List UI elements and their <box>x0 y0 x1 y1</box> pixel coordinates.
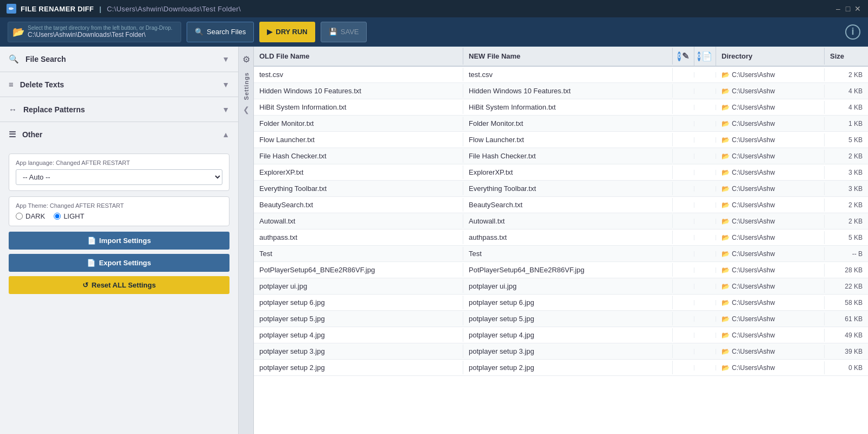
new-file-name-cell: potplayer setup 4.jpg <box>463 328 673 342</box>
delete-texts-header[interactable]: ≡ Delete Texts ▼ <box>0 72 238 97</box>
old-file-name-cell: potplayer setup 3.jpg <box>254 344 463 358</box>
close-button[interactable]: ✕ <box>854 5 861 12</box>
badge2-cell <box>694 105 716 110</box>
folder-select-button[interactable]: 📂 Select the target directory from the l… <box>8 22 181 42</box>
folder-icon: 📂 <box>722 266 730 274</box>
light-theme-option[interactable]: LIGHT <box>54 212 84 220</box>
table-row[interactable]: test.csv test.csv 📂 C:\Users\Ashw 2 KB <box>254 67 868 83</box>
delete-texts-label: Delete Texts <box>20 80 64 89</box>
badge2-cell <box>694 121 716 126</box>
old-file-name-cell: potplayer setup 5.jpg <box>254 312 463 326</box>
directory-cell: 📂 C:\Users\Ashw <box>716 329 825 342</box>
table-row[interactable]: Everything Toolbar.txt Everything Toolba… <box>254 181 868 197</box>
theme-setting-group: App Theme: Changed AFTER RESTART DARK LI… <box>9 196 229 226</box>
table-row[interactable]: ExplorerXP.txt ExplorerXP.txt 📂 C:\Users… <box>254 164 868 181</box>
other-header[interactable]: ☰ Other ▲ <box>0 122 238 147</box>
sidebar: 🔍 File Search ▼ ≡ Delete Texts ▼ ↔ Re <box>0 47 239 434</box>
table-row[interactable]: Flow Launcher.txt Flow Launcher.txt 📂 C:… <box>254 132 868 148</box>
old-file-name-cell: Folder Monitor.txt <box>254 117 463 130</box>
restore-button[interactable]: □ <box>844 5 852 12</box>
new-file-name-cell: potplayer setup 2.jpg <box>463 361 673 374</box>
table-row[interactable]: PotPlayerSetup64_BNEe2R86VF.jpg PotPlaye… <box>254 262 868 278</box>
light-theme-label: LIGHT <box>63 212 84 220</box>
table-row[interactable]: Autowall.txt Autowall.txt 📂 C:\Users\Ash… <box>254 213 868 229</box>
badge2-cell <box>694 186 716 192</box>
title-bar-left: ✏ FILE RENAMER DIFF | C:\Users\Ashwin\Do… <box>7 4 241 14</box>
badge2-cell <box>694 154 716 159</box>
search-icon: 🔍 <box>195 28 203 36</box>
folder-icon: 📂 <box>722 152 730 160</box>
search-files-button[interactable]: 🔍 Search Files <box>187 22 254 42</box>
table-row[interactable]: potplayer setup 2.jpg potplayer setup 2.… <box>254 360 868 376</box>
folder-icon: 📂 <box>722 364 730 372</box>
old-file-name-cell: Everything Toolbar.txt <box>254 182 463 195</box>
file-search-icon: 🔍 <box>9 54 19 63</box>
directory-cell: 📂 C:\Users\Ashw <box>716 85 825 98</box>
other-content: App language: Changed AFTER RESTART -- A… <box>0 147 238 434</box>
import-settings-button[interactable]: 📄 Import Settings <box>9 232 229 250</box>
table-row[interactable]: Folder Monitor.txt Folder Monitor.txt 📂 … <box>254 116 868 132</box>
badge1-cell <box>673 349 694 354</box>
file-table-area: OLD File Name NEW File Name 0 ✎ 0 📄 Dire… <box>254 47 868 434</box>
dark-theme-radio[interactable] <box>16 213 23 220</box>
badge2-cell <box>694 88 716 94</box>
badge1-cell <box>673 219 694 224</box>
size-header: Size <box>825 48 868 65</box>
table-row[interactable]: potplayer setup 4.jpg potplayer setup 4.… <box>254 327 868 343</box>
size-cell: 2 KB <box>825 68 868 81</box>
save-button[interactable]: 💾 SAVE <box>321 22 367 42</box>
file-search-header[interactable]: 🔍 File Search ▼ <box>0 47 238 72</box>
old-file-name-cell: test.csv <box>254 68 463 81</box>
folder-icon: 📂 <box>722 250 730 258</box>
table-row[interactable]: Test Test 📂 C:\Users\Ashw -- B <box>254 246 868 262</box>
badge1-cell <box>673 284 694 289</box>
dry-run-icon: ▶ <box>267 28 272 36</box>
old-file-name-cell: File Hash Checker.txt <box>254 149 463 163</box>
table-row[interactable]: potplayer setup 3.jpg potplayer setup 3.… <box>254 343 868 360</box>
table-row[interactable]: HiBit System Information.txt HiBit Syste… <box>254 99 868 116</box>
badge1-cell <box>673 154 694 159</box>
reset-settings-button[interactable]: ↺ Reset ALL Settings <box>9 276 229 294</box>
table-row[interactable]: Hidden Windows 10 Features.txt Hidden Wi… <box>254 83 868 99</box>
new-file-name-cell: File Hash Checker.txt <box>463 149 673 163</box>
settings-toggle-panel[interactable]: ⚙ Settings ❮ <box>239 47 254 434</box>
other-section: ☰ Other ▲ <box>0 122 238 147</box>
badge1-cell <box>673 365 694 371</box>
minimize-button[interactable]: – <box>834 5 842 12</box>
table-row[interactable]: potplayer ui.jpg potplayer ui.jpg 📂 C:\U… <box>254 278 868 295</box>
directory-cell: 📂 C:\Users\Ashw <box>716 312 825 326</box>
size-cell: 3 KB <box>825 182 868 195</box>
file-search-label: File Search <box>25 55 66 63</box>
export-settings-button[interactable]: 📄 Export Settings <box>9 254 229 272</box>
dark-theme-option[interactable]: DARK <box>16 212 45 220</box>
size-cell: 2 KB <box>825 199 868 212</box>
badge1-cell <box>673 316 694 322</box>
old-file-name-cell: potplayer setup 2.jpg <box>254 361 463 374</box>
badge1-cell <box>673 121 694 126</box>
title-bar-controls: – □ ✕ <box>834 5 861 12</box>
table-row[interactable]: authpass.txt authpass.txt 📂 C:\Users\Ash… <box>254 229 868 246</box>
table-row[interactable]: potplayer setup 5.jpg potplayer setup 5.… <box>254 311 868 327</box>
badge1-cell <box>673 235 694 240</box>
new-file-name-cell: Flow Launcher.txt <box>463 133 673 146</box>
table-row[interactable]: File Hash Checker.txt File Hash Checker.… <box>254 148 868 164</box>
folder-icon: 📂 <box>722 71 730 79</box>
file-icon: 📄 <box>701 51 712 61</box>
old-file-name-cell: ExplorerXP.txt <box>254 165 463 179</box>
dry-run-button[interactable]: ▶ DRY RUN <box>259 22 315 42</box>
light-theme-radio[interactable] <box>54 213 61 220</box>
badge2-cell <box>694 349 716 354</box>
language-setting-group: App language: Changed AFTER RESTART -- A… <box>9 154 229 191</box>
directory-cell: 📂 C:\Users\Ashw <box>716 361 825 374</box>
badge1: 0 <box>678 52 681 61</box>
replace-patterns-header[interactable]: ↔ Replace Patterns ▼ <box>0 97 238 122</box>
replace-patterns-label: Replace Patterns <box>23 105 85 114</box>
badge2-cell <box>694 333 716 338</box>
directory-cell: 📂 C:\Users\Ashw <box>716 215 825 228</box>
info-button[interactable]: i <box>845 24 860 40</box>
language-select[interactable]: -- Auto -- English Spanish French <box>16 169 222 185</box>
new-file-name-header: NEW File Name <box>463 48 673 65</box>
table-row[interactable]: potplayer setup 6.jpg potplayer setup 6.… <box>254 295 868 311</box>
table-row[interactable]: BeautySearch.txt BeautySearch.txt 📂 C:\U… <box>254 197 868 213</box>
directory-cell: 📂 C:\Users\Ashw <box>716 345 825 358</box>
